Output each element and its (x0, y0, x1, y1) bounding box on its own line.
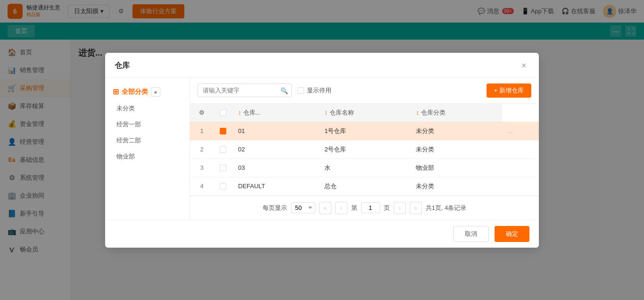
table-row: 2 02 2号仓库 未分类 (190, 140, 539, 158)
col-code: ↕仓库... (232, 104, 319, 122)
row-checkbox-cell[interactable] (214, 140, 232, 158)
row-name: 2号仓库 (319, 140, 410, 158)
col-category: ↕仓库分类 (410, 104, 502, 122)
modal-overlay: 仓库 × ⊞ 全部分类 « 未分类 经营一部 经营二部 物业部 (0, 0, 644, 300)
cancel-button[interactable]: 取消 (453, 226, 489, 242)
row-code: 03 (232, 158, 319, 177)
modal-footer: 取消 确定 (105, 220, 539, 248)
category-ops2[interactable]: 经营二部 (105, 133, 190, 149)
all-categories-header[interactable]: ⊞ 全部分类 « (105, 83, 190, 100)
modal-table-wrap: ⚙ ↕仓库... ↕仓库名称 ↕仓库分类 (190, 104, 539, 196)
modal-body: ⊞ 全部分类 « 未分类 经营一部 经营二部 物业部 🔍 (105, 78, 539, 220)
table-row: 4 DEFAULT 总仓 未分类 (190, 177, 539, 195)
modal-title: 仓库 (115, 61, 130, 71)
prev-page-btn[interactable]: ‹ (335, 202, 347, 214)
row-checkbox[interactable] (220, 165, 226, 171)
row-code: DEFAULT (232, 177, 319, 195)
row-checkbox[interactable] (220, 128, 226, 134)
row-code: 02 (232, 140, 319, 158)
row-num: 2 (190, 140, 214, 158)
page-size-label: 每页显示 (263, 204, 287, 212)
row-name: 水 (319, 158, 410, 177)
page-input[interactable] (361, 202, 380, 213)
add-warehouse-button[interactable]: + 新增仓库 (487, 83, 531, 98)
modal-header: 仓库 × (105, 53, 539, 78)
row-code: 01 (232, 122, 319, 140)
category-property[interactable]: 物业部 (105, 149, 190, 165)
row-checkbox[interactable] (220, 146, 226, 153)
row-num: 3 (190, 158, 214, 177)
row-checkbox-cell[interactable] (214, 158, 232, 177)
last-page-btn[interactable]: » (410, 202, 422, 214)
row-checkbox[interactable] (220, 183, 226, 190)
sort-icon3: ↕ (416, 109, 419, 116)
modal-pagination: 每页显示 50 10 20 100 « ‹ 第 页 › » 共1页, 4条记录 (190, 196, 539, 220)
row-actions[interactable]: ... (502, 122, 539, 140)
row-num: 4 (190, 177, 214, 195)
row-category: 未分类 (410, 140, 502, 158)
category-ops1[interactable]: 经营一部 (105, 117, 190, 133)
category-uncategorized[interactable]: 未分类 (105, 100, 190, 117)
next-page-btn[interactable]: › (394, 202, 406, 214)
first-page-btn[interactable]: « (319, 202, 331, 214)
table-row: 3 03 水 物业部 (190, 158, 539, 177)
search-input[interactable] (198, 83, 292, 97)
modal-toolbar: 🔍 显示停用 + 新增仓库 (190, 78, 539, 104)
table-row: 1 01 1号仓库 未分类 ... (190, 122, 539, 140)
page-size-select[interactable]: 50 10 20 100 (291, 202, 315, 213)
select-all-checkbox[interactable] (220, 109, 226, 116)
collapse-button[interactable]: « (151, 87, 160, 97)
search-icon[interactable]: 🔍 (281, 87, 288, 94)
page-suffix: 页 (384, 204, 390, 212)
confirm-button[interactable]: 确定 (495, 226, 529, 242)
col-name: ↕仓库名称 (319, 104, 410, 122)
row-num: 1 (190, 122, 214, 140)
row-category: 未分类 (410, 122, 502, 140)
modal-close-button[interactable]: × (518, 60, 529, 72)
col-checkbox (214, 104, 232, 122)
row-checkbox-cell[interactable] (214, 122, 232, 140)
row-category: 物业部 (410, 158, 502, 177)
row-name: 1号仓库 (319, 122, 410, 140)
row-checkbox-cell[interactable] (214, 177, 232, 195)
total-info: 共1页, 4条记录 (426, 204, 467, 212)
warehouse-table: ⚙ ↕仓库... ↕仓库名称 ↕仓库分类 (190, 104, 539, 196)
show-disabled-label[interactable]: 显示停用 (297, 86, 331, 95)
sort-icon2: ↕ (324, 109, 328, 116)
row-category: 未分类 (410, 177, 502, 195)
table-header-row: ⚙ ↕仓库... ↕仓库名称 ↕仓库分类 (190, 104, 539, 122)
warehouse-modal: 仓库 × ⊞ 全部分类 « 未分类 经营一部 经营二部 物业部 (105, 53, 539, 248)
col-settings: ⚙ (190, 104, 214, 122)
search-wrap: 🔍 (198, 83, 292, 97)
sort-icon: ↕ (238, 109, 241, 116)
modal-right-panel: 🔍 显示停用 + 新增仓库 ⚙ (190, 78, 539, 220)
row-name: 总仓 (319, 177, 410, 195)
modal-left-panel: ⊞ 全部分类 « 未分类 经营一部 经营二部 物业部 (105, 78, 190, 220)
show-disabled-checkbox[interactable] (297, 87, 304, 94)
page-label: 第 (351, 204, 357, 212)
